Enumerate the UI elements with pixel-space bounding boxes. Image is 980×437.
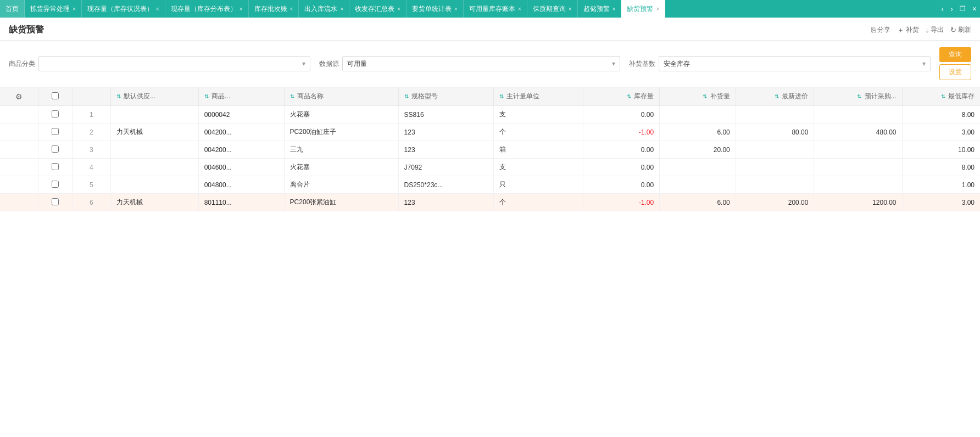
- col-spec-label: 规格型号: [411, 92, 438, 100]
- export-label: 导出: [931, 25, 944, 35]
- col-unit-label: 主计量单位: [506, 92, 539, 100]
- main-content: 缺货预警 ⎘ 分享 ＋ 补货 ↓ 导出 ↻ 刷新 商品分类: [0, 18, 980, 437]
- tab-close-inout-flow[interactable]: ×: [340, 6, 343, 12]
- forecast-sort-icon[interactable]: ⇅: [857, 93, 861, 99]
- tab-label-order-stats: 要货单统计表: [412, 4, 452, 14]
- export-button[interactable]: ↓ 导出: [926, 25, 944, 35]
- table-row[interactable]: 1 0000042 火花塞 SS816 支 0.00 8.00: [0, 106, 980, 124]
- tab-receipt-summary[interactable]: 收发存汇总表×: [349, 0, 407, 18]
- tab-label-overstock: 超储预警: [583, 4, 610, 14]
- spec-sort-icon[interactable]: ⇅: [404, 93, 409, 99]
- row-code-4: 004800...: [198, 176, 284, 194]
- tab-batch-account[interactable]: 库存批次账×: [249, 0, 299, 18]
- row-code-0: 0000042: [198, 106, 284, 124]
- price-sort-icon[interactable]: ⇅: [775, 93, 779, 99]
- filter-row: 商品分类 ▾ 数据源 可用量 ▾ 补货基数 安全库存 ▾ 查询 设置: [0, 41, 980, 87]
- stock-sort-icon[interactable]: ⇅: [627, 93, 631, 99]
- tab-close-overstock[interactable]: ×: [612, 6, 616, 12]
- tab-order-stats[interactable]: 要货单统计表×: [407, 0, 464, 18]
- tab-restore-btn[interactable]: ❐: [956, 0, 969, 18]
- tab-label-available-stock: 可用量库存账本: [469, 4, 515, 14]
- tab-close-receipt-summary[interactable]: ×: [397, 6, 400, 12]
- row-name-0: 火花塞: [284, 106, 398, 124]
- table-body: 1 0000042 火花塞 SS816 支 0.00 8.00 2 力天机械 0…: [0, 106, 980, 211]
- table-row[interactable]: 4 004600... 火花塞 J7092 支 0.00 8.00: [0, 159, 980, 176]
- table-row[interactable]: 5 004800... 离合片 DS250*23c... 只 0.00 1.00: [0, 176, 980, 194]
- row-settings-5: [0, 194, 38, 211]
- category-label: 商品分类: [9, 59, 35, 69]
- tab-close-available-stock[interactable]: ×: [518, 6, 521, 12]
- row-settings-4: [0, 176, 38, 194]
- min-stock-sort-icon[interactable]: ⇅: [941, 93, 945, 99]
- unit-sort-icon[interactable]: ⇅: [499, 93, 504, 99]
- refresh-button[interactable]: ↻ 刷新: [950, 25, 971, 35]
- tab-close-stock-dist[interactable]: ×: [240, 6, 243, 12]
- datasource-select[interactable]: 可用量 ▾: [342, 56, 621, 71]
- tab-home[interactable]: 首页: [0, 0, 25, 18]
- tab-close-expiry-query[interactable]: ×: [569, 6, 572, 12]
- row-checkbox-4[interactable]: [52, 181, 59, 188]
- tab-expiry-query[interactable]: 保质期查询×: [527, 0, 578, 18]
- row-min-stock-4: 1.00: [902, 176, 980, 194]
- tab-close-btn[interactable]: ×: [969, 0, 980, 18]
- row-replenish-1: 6.00: [660, 124, 736, 141]
- tab-prev-btn[interactable]: ‹: [938, 0, 947, 18]
- tab-stock-dist[interactable]: 现存量（库存分布表）×: [165, 0, 249, 18]
- row-price-3: [736, 159, 814, 176]
- col-header-forecast: ⇅ 预计采购...: [814, 87, 902, 106]
- row-checkbox-1[interactable]: [52, 128, 59, 135]
- row-spec-0: SS816: [398, 106, 493, 124]
- table-row[interactable]: 2 力天机械 004200... PC200油缸庄子 123 个 -1.00 6…: [0, 124, 980, 141]
- table-row[interactable]: 6 力天机械 801110... PC200张紧油缸 123 个 -1.00 6…: [0, 194, 980, 211]
- tab-close-batch-account[interactable]: ×: [290, 6, 293, 12]
- name-sort-icon[interactable]: ⇅: [290, 93, 294, 99]
- settings-button[interactable]: 设置: [939, 64, 971, 80]
- tab-close-stock-status[interactable]: ×: [156, 6, 159, 12]
- tab-inout-flow[interactable]: 出入库流水×: [299, 0, 349, 18]
- tab-available-stock[interactable]: 可用量库存账本×: [464, 0, 527, 18]
- row-name-3: 火花塞: [284, 159, 398, 176]
- tab-abnormal[interactable]: 拣货异常处理×: [25, 0, 82, 18]
- row-checkbox-3[interactable]: [52, 163, 59, 170]
- tab-overstock[interactable]: 超储预警×: [578, 0, 622, 18]
- supplier-sort-icon[interactable]: ⇅: [116, 93, 121, 99]
- replenish-base-select[interactable]: 安全库存 ▾: [659, 56, 931, 71]
- category-select[interactable]: ▾: [38, 56, 310, 71]
- row-checkbox-2[interactable]: [52, 145, 59, 153]
- row-check-3: [38, 159, 72, 176]
- row-spec-1: 123: [398, 124, 493, 141]
- row-no-5: 6: [73, 194, 110, 211]
- refresh-label: 刷新: [958, 25, 971, 35]
- row-settings-3: [0, 159, 38, 176]
- share-button[interactable]: ⎘ 分享: [871, 25, 890, 35]
- row-forecast-0: [814, 106, 902, 124]
- row-price-1: 80.00: [736, 124, 814, 141]
- row-replenish-2: 20.00: [660, 141, 736, 159]
- code-sort-icon[interactable]: ⇅: [204, 93, 209, 99]
- table-container: ⚙ ⇅ 默认供应... ⇅ 商品... ⇅: [0, 87, 980, 211]
- row-no-4: 5: [73, 176, 110, 194]
- category-dropdown-icon: ▾: [302, 60, 305, 68]
- table-row[interactable]: 3 004200... 三九 123 箱 0.00 20.00 10.00: [0, 141, 980, 159]
- settings-gear-icon[interactable]: ⚙: [15, 92, 23, 101]
- tab-close-order-stats[interactable]: ×: [454, 6, 458, 12]
- datasource-filter: 数据源 可用量 ▾: [319, 56, 621, 71]
- replenish-sort-icon[interactable]: ⇅: [703, 93, 707, 99]
- replenish-button[interactable]: ＋ 补货: [897, 25, 919, 35]
- share-icon: ⎘: [871, 26, 876, 34]
- tab-shortage[interactable]: 缺货预警×: [621, 0, 665, 18]
- row-settings-2: [0, 141, 38, 159]
- tab-close-shortage[interactable]: ×: [656, 6, 659, 12]
- select-all-checkbox[interactable]: [52, 92, 59, 99]
- tab-label-abnormal: 拣货异常处理: [30, 4, 70, 14]
- col-header-min-stock: ⇅ 最低库存: [902, 87, 980, 106]
- tab-close-abnormal[interactable]: ×: [73, 6, 76, 12]
- query-button[interactable]: 查询: [939, 47, 971, 62]
- row-checkbox-0[interactable]: [52, 110, 59, 117]
- row-spec-2: 123: [398, 141, 493, 159]
- row-checkbox-5[interactable]: [52, 198, 59, 205]
- tab-next-btn[interactable]: ›: [947, 0, 956, 18]
- row-code-1: 004200...: [198, 124, 284, 141]
- row-code-5: 801110...: [198, 194, 284, 211]
- tab-stock-status[interactable]: 现存量（库存状况表）×: [82, 0, 165, 18]
